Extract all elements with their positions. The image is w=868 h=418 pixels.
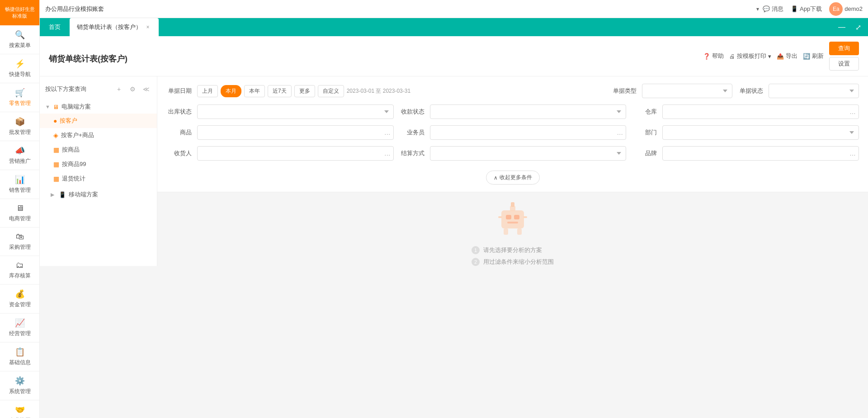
salesperson-label: 业务员 bbox=[399, 128, 425, 137]
enterprise-icon: 🤝 bbox=[15, 405, 25, 415]
tab-close-button[interactable]: × bbox=[144, 24, 151, 31]
goods-input[interactable]: … bbox=[197, 125, 394, 140]
page-content: 销货单统计表(按客户) ❓ 帮助 🖨 按模板打印 ▾ 📤 导出 🔄 刷新 bbox=[40, 36, 868, 418]
order-type-select[interactable] bbox=[642, 84, 732, 98]
by-goods-label: 按商品 bbox=[62, 146, 80, 154]
department-select[interactable] bbox=[662, 125, 859, 140]
sidebar-item-retail-label: 零售管理 bbox=[9, 100, 31, 107]
app-download-action[interactable]: 📱 App下载 bbox=[791, 5, 822, 13]
sidebar-item-search-menu[interactable]: 🔍 搜索菜单 bbox=[0, 25, 40, 54]
user-profile[interactable]: Ea demo2 bbox=[829, 2, 863, 16]
mobile-group-label: 移动端方案 bbox=[69, 190, 98, 199]
sidebar-item-operations[interactable]: 📈 经营管理 bbox=[0, 314, 40, 342]
department-label: 部门 bbox=[632, 128, 657, 137]
mobile-group-header[interactable]: ▶ 📱 移动端方案 bbox=[40, 188, 157, 201]
sidebar-item-ecommerce-label: 电商管理 bbox=[9, 215, 31, 223]
layout-body: 按以下方案查询 + ⚙ ≪ ▼ 🖥 电脑端方案 ● 按客户 bbox=[40, 76, 868, 266]
tab-restore-button[interactable]: ⤢ bbox=[852, 21, 864, 33]
panel-item-by-goods[interactable]: ▦ 按商品 bbox=[40, 142, 157, 157]
panel-header: 按以下方案查询 + ⚙ ≪ bbox=[40, 80, 157, 98]
settlement-select[interactable] bbox=[430, 146, 627, 161]
sidebar-item-system[interactable]: ⚙️ 系统管理 bbox=[0, 371, 40, 400]
industry-title: 办公用品行业模拟账套 bbox=[45, 5, 753, 13]
this-month-btn[interactable]: 本月 bbox=[221, 85, 241, 97]
brand-input[interactable]: … bbox=[662, 146, 859, 161]
app-logo-text: 畅捷信好生意 标准版 bbox=[5, 6, 35, 20]
sidebar-item-ecommerce[interactable]: 🖥 电商管理 bbox=[0, 199, 40, 228]
panel-item-by-customer-goods[interactable]: ◈ 按客户+商品 bbox=[40, 128, 157, 142]
mobile-group-icon: 📱 bbox=[59, 191, 66, 198]
sidebar-item-basic[interactable]: 📋 基础信息 bbox=[0, 342, 40, 371]
sidebar-item-retail[interactable]: 🛒 零售管理 bbox=[0, 83, 40, 112]
sidebar-item-basic-label: 基础信息 bbox=[9, 359, 31, 366]
sidebar: 畅捷信好生意 标准版 🔍 搜索菜单 ⚡ 快捷导航 🛒 零售管理 📦 批发管理 📣… bbox=[0, 0, 40, 418]
receiver-input[interactable]: … bbox=[197, 146, 394, 161]
sidebar-item-quick-nav-label: 快捷导航 bbox=[9, 71, 31, 78]
sidebar-item-inventory[interactable]: 🗂 库存核算 bbox=[0, 256, 40, 285]
payment-status-select[interactable] bbox=[430, 104, 627, 119]
settings-button[interactable]: 设置 bbox=[829, 57, 859, 71]
out-status-label: 出库状态 bbox=[166, 108, 192, 116]
main-area: 办公用品行业模拟账套 ▾ 💬 消息 📱 App下载 Ea demo2 首页 bbox=[40, 0, 868, 418]
sidebar-item-purchase[interactable]: 🛍 采购管理 bbox=[0, 228, 40, 256]
svg-rect-5 bbox=[511, 202, 514, 207]
export-action[interactable]: 📤 导出 bbox=[777, 52, 797, 60]
message-action[interactable]: 💬 消息 bbox=[763, 5, 783, 13]
avatar: Ea bbox=[829, 2, 843, 16]
sidebar-item-marketing[interactable]: 📣 营销推广 bbox=[0, 141, 40, 170]
operations-icon: 📈 bbox=[15, 318, 25, 328]
svg-rect-2 bbox=[514, 215, 519, 219]
goods-dots[interactable]: … bbox=[384, 129, 391, 136]
panel-collapse-button[interactable]: ≪ bbox=[141, 84, 151, 95]
warehouse-dots[interactable]: … bbox=[849, 108, 856, 115]
sidebar-item-sales[interactable]: 📊 销售管理 bbox=[0, 170, 40, 199]
print-action[interactable]: 🖨 按模板打印 ▾ bbox=[729, 52, 771, 60]
custom-date-btn[interactable]: 自定义 bbox=[318, 85, 344, 97]
warehouse-label: 仓库 bbox=[632, 108, 657, 116]
tab-active-sales-stats[interactable]: 销货单统计表（按客户） × bbox=[70, 18, 159, 36]
panel-item-by-customer[interactable]: ● 按客户 bbox=[40, 114, 157, 128]
salesperson-dots[interactable]: … bbox=[617, 129, 623, 136]
message-label: 消息 bbox=[772, 5, 783, 13]
receiver-dots[interactable]: … bbox=[384, 150, 391, 157]
brand-dots[interactable]: … bbox=[849, 150, 856, 157]
by-customer-goods-label: 按客户+商品 bbox=[61, 131, 94, 139]
finance-icon: 💰 bbox=[15, 289, 25, 299]
panel-add-button[interactable]: + bbox=[113, 84, 124, 95]
empty-tips: 1 请先选择要分析的方案 2 用过滤条件来缩小分析范围 bbox=[472, 246, 554, 266]
panel-item-by-goods99[interactable]: ▦ 按商品99 bbox=[40, 157, 157, 171]
tip-num-1: 1 bbox=[472, 246, 480, 254]
topbar-actions: 💬 消息 📱 App下载 Ea demo2 bbox=[763, 2, 863, 16]
refresh-action[interactable]: 🔄 刷新 bbox=[803, 52, 824, 60]
sidebar-item-wholesale[interactable]: 📦 批发管理 bbox=[0, 112, 40, 141]
by-goods99-label: 按商品99 bbox=[62, 160, 86, 168]
salesperson-input[interactable]: … bbox=[430, 125, 627, 140]
tab-minimize-button[interactable]: — bbox=[835, 21, 848, 33]
more-date-btn[interactable]: 更多 bbox=[294, 85, 315, 97]
last-month-btn[interactable]: 上月 bbox=[197, 85, 218, 97]
pc-group-header[interactable]: ▼ 🖥 电脑端方案 bbox=[40, 100, 157, 114]
warehouse-input[interactable]: … bbox=[662, 104, 859, 119]
collapse-button[interactable]: ∧ 收起更多条件 bbox=[486, 171, 540, 185]
filter-row-4: 收货人 … 结算方式 品牌 … bbox=[166, 146, 859, 161]
query-button[interactable]: 查询 bbox=[829, 42, 859, 55]
out-status-select[interactable] bbox=[197, 104, 394, 119]
basic-icon: 📋 bbox=[15, 347, 25, 357]
sidebar-item-quick-nav[interactable]: ⚡ 快捷导航 bbox=[0, 54, 40, 83]
empty-tip-2: 2 用过滤条件来缩小分析范围 bbox=[472, 258, 554, 266]
order-status-select[interactable] bbox=[769, 84, 859, 98]
sidebar-item-enterprise[interactable]: 🤝 企业协同 bbox=[0, 400, 40, 418]
print-dropdown-icon: ▾ bbox=[768, 53, 771, 60]
sidebar-item-wholesale-label: 批发管理 bbox=[9, 128, 31, 136]
industry-dropdown-arrow[interactable]: ▾ bbox=[756, 6, 759, 12]
tabbar: 首页 销货单统计表（按客户） × — ⤢ bbox=[40, 18, 868, 36]
help-action[interactable]: ❓ 帮助 bbox=[703, 52, 724, 60]
sidebar-item-finance[interactable]: 💰 资金管理 bbox=[0, 285, 40, 314]
panel-settings-button[interactable]: ⚙ bbox=[127, 84, 138, 95]
panel-item-return-stats[interactable]: ▦ 退货统计 bbox=[40, 171, 157, 186]
last7days-btn[interactable]: 近7天 bbox=[268, 85, 292, 97]
message-icon: 💬 bbox=[763, 5, 770, 12]
payment-status-label: 收款状态 bbox=[399, 108, 425, 116]
tab-home[interactable]: 首页 bbox=[40, 18, 70, 36]
this-year-btn[interactable]: 本年 bbox=[244, 85, 265, 97]
